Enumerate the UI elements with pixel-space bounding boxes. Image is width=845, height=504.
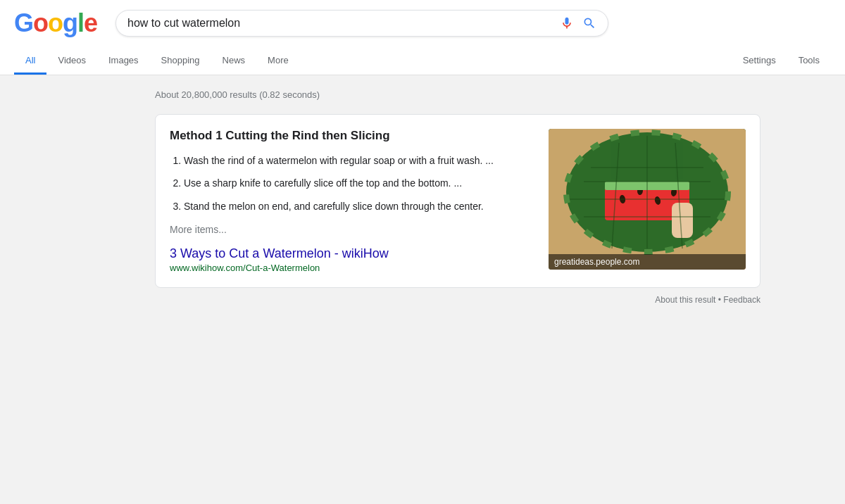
search-bar[interactable] [115, 10, 608, 37]
header: Google All Videos Images [0, 0, 845, 75]
microphone-icon [560, 16, 574, 30]
search-icon [582, 16, 596, 30]
about-result-link[interactable]: About this result [655, 295, 715, 305]
watermelon-image-svg [549, 129, 746, 270]
main-content: About 20,800,000 results (0.82 seconds) … [0, 75, 845, 319]
search-icons [560, 16, 596, 30]
google-logo[interactable]: Google [14, 8, 97, 38]
header-top: Google [14, 8, 831, 45]
tab-all[interactable]: All [14, 48, 46, 75]
result-link: 3 Ways to Cut a Watermelon - wikiHow www… [170, 246, 534, 273]
microphone-button[interactable] [560, 16, 574, 30]
result-image[interactable]: greatideas.people.com [549, 129, 746, 270]
image-caption: greatideas.people.com [549, 254, 746, 270]
logo-letter-g: G [14, 8, 33, 37]
tab-images[interactable]: Images [97, 48, 150, 75]
tab-videos[interactable]: Videos [46, 48, 97, 75]
feedback-link[interactable]: Feedback [723, 295, 760, 305]
nav-tabs: All Videos Images Shopping News More Set… [14, 48, 831, 75]
about-result: About this result • Feedback [155, 295, 760, 305]
list-item: Stand the melon on end, and carefully sl… [184, 199, 534, 214]
tab-more[interactable]: More [256, 48, 300, 75]
svg-rect-9 [672, 203, 693, 238]
tab-news[interactable]: News [211, 48, 257, 75]
logo-letter-e: e [84, 8, 97, 37]
tab-tools[interactable]: Tools [787, 48, 831, 75]
logo-letter-g2: g [63, 8, 77, 37]
result-steps-list: Wash the rind of a watermelon with regul… [184, 153, 534, 214]
results-count: About 20,800,000 results (0.82 seconds) [155, 89, 831, 100]
nav-right: Settings Tools [732, 48, 831, 75]
tab-shopping[interactable]: Shopping [150, 48, 211, 75]
result-card: Method 1 Cutting the Rind then Slicing W… [155, 114, 760, 288]
more-items-link[interactable]: More items... [170, 224, 534, 235]
result-url: www.wikihow.com/Cut-a-Watermelon [170, 263, 534, 273]
result-image-container: greatideas.people.com [549, 129, 746, 273]
logo-letter-l: l [77, 8, 84, 37]
result-text: Method 1 Cutting the Rind then Slicing W… [170, 129, 534, 273]
list-item: Use a sharp knife to carefully slice off… [184, 175, 534, 191]
search-input[interactable] [127, 17, 560, 30]
list-item: Wash the rind of a watermelon with regul… [184, 153, 534, 168]
logo-letter-o2: o [48, 8, 63, 37]
search-button[interactable] [582, 16, 596, 30]
result-card-title: Method 1 Cutting the Rind then Slicing [170, 129, 534, 143]
logo-letter-o1: o [33, 8, 48, 37]
tab-settings[interactable]: Settings [732, 48, 787, 75]
result-title-link[interactable]: 3 Ways to Cut a Watermelon - wikiHow [170, 246, 534, 261]
